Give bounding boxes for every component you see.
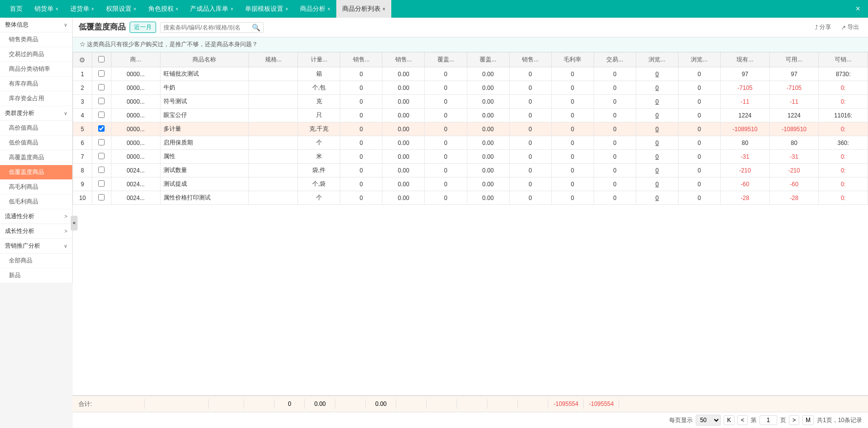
th-sales3[interactable]: 销售... [509, 53, 551, 67]
cell-browse1[interactable]: 0 [636, 67, 678, 81]
row-checkbox[interactable] [98, 180, 105, 187]
th-sales2[interactable]: 销售... [382, 53, 425, 67]
sidebar-collapse-button[interactable]: « [71, 216, 78, 230]
cell-checkbox[interactable] [92, 109, 111, 122]
th-trade[interactable]: 交易... [594, 53, 636, 67]
sidebar-item-sales-goods[interactable]: 销售类商品 [0, 32, 72, 47]
row-checkbox[interactable] [98, 112, 105, 118]
nav-goods-analysis-list-close[interactable]: × [382, 6, 385, 12]
cell-checkbox[interactable] [92, 122, 111, 136]
first-page-button[interactable]: K [724, 415, 734, 425]
sidebar-item-stocked-goods[interactable]: 有库存商品 [0, 77, 72, 91]
th-settings[interactable]: ⚙ [73, 53, 92, 67]
th-gross[interactable]: 毛利率 [551, 53, 594, 67]
th-current[interactable]: 现有... [720, 53, 769, 67]
cell-browse1[interactable]: 0 [636, 164, 678, 177]
sidebar-item-high-margin[interactable]: 高毛利商品 [0, 180, 72, 195]
sidebar-item-capital-occupy[interactable]: 库存资金占用 [0, 91, 72, 106]
th-cover1[interactable]: 覆盖... [425, 53, 467, 67]
row-checkbox[interactable] [98, 84, 105, 90]
nav-sales[interactable]: 销货单 × [28, 0, 64, 18]
th-browse2[interactable]: 浏览... [678, 53, 720, 67]
th-code[interactable]: 商... [111, 53, 160, 67]
sidebar-item-high-value[interactable]: 高价值商品 [0, 121, 72, 136]
nav-product-stock[interactable]: 产成品入库单 × [184, 0, 239, 18]
nav-permission-close[interactable]: × [134, 6, 136, 12]
sidebar-group-growth[interactable]: 成长性分析 > [0, 224, 72, 239]
sidebar-group-cluster[interactable]: 类群度分析 ∨ [0, 106, 72, 121]
cell-checkbox[interactable] [92, 150, 111, 164]
th-checkbox[interactable] [92, 53, 111, 67]
nav-purchase-close[interactable]: × [91, 6, 94, 12]
th-browse1[interactable]: 浏览... [636, 53, 678, 67]
sidebar-group-overall-label: 整体信息 [5, 21, 28, 29]
nav-template-close[interactable]: × [285, 6, 288, 12]
sidebar-item-new-goods[interactable]: 新品 [0, 268, 72, 283]
sidebar-item-category-rate[interactable]: 商品分类动销率 [0, 62, 72, 77]
sidebar-item-low-margin[interactable]: 低毛利商品 [0, 195, 72, 209]
sidebar-group-overall[interactable]: 整体信息 ∨ [0, 18, 72, 32]
cell-browse1[interactable]: 0 [636, 150, 678, 164]
nav-product-stock-close[interactable]: × [230, 6, 233, 12]
cell-checkbox[interactable] [92, 95, 111, 109]
row-checkbox[interactable] [98, 167, 105, 173]
sidebar-group-marketing[interactable]: 营销推广分析 ∨ [0, 239, 72, 254]
th-name[interactable]: 商品名称 [160, 53, 249, 67]
page-number-input[interactable] [760, 415, 777, 425]
close-all-button[interactable]: × [852, 4, 864, 13]
cell-checkbox[interactable] [92, 81, 111, 95]
th-available[interactable]: 可用... [769, 53, 818, 67]
last-page-button[interactable]: M [802, 415, 814, 425]
cell-browse1[interactable]: 0 [636, 81, 678, 95]
sidebar-group-circulation[interactable]: 流通性分析 > [0, 209, 72, 224]
cell-browse1[interactable]: 0 [636, 177, 678, 191]
cell-browse1[interactable]: 0 [636, 109, 678, 122]
row-checkbox[interactable] [98, 70, 105, 77]
th-spec[interactable]: 规格... [249, 53, 298, 67]
sidebar-item-high-coverage[interactable]: 高覆盖度商品 [0, 150, 72, 165]
search-input[interactable] [163, 24, 252, 31]
row-checkbox[interactable] [98, 139, 105, 145]
nav-role[interactable]: 角色授权 × [142, 0, 185, 18]
nav-goods-analysis-close[interactable]: × [327, 6, 330, 12]
nav-permission[interactable]: 权限设置 × [100, 0, 142, 18]
nav-template[interactable]: 单据模板设置 × [239, 0, 294, 18]
time-filter-button[interactable]: 近一月 [130, 22, 156, 33]
sidebar-item-low-value[interactable]: 低价值商品 [0, 136, 72, 150]
nav-goods-analysis[interactable]: 商品分析 × [294, 0, 336, 18]
row-checkbox[interactable] [98, 125, 105, 132]
cell-checkbox[interactable] [92, 177, 111, 191]
row-checkbox[interactable] [98, 153, 105, 159]
settings-icon[interactable]: ⚙ [79, 56, 85, 64]
nav-role-close[interactable]: × [176, 6, 179, 12]
cell-checkbox[interactable] [92, 136, 111, 150]
select-all-checkbox[interactable] [98, 56, 105, 62]
next-page-button[interactable]: > [789, 415, 799, 425]
row-checkbox[interactable] [98, 194, 105, 200]
cell-num: 10 [73, 191, 92, 205]
cell-browse1[interactable]: 0 [636, 191, 678, 205]
cell-browse1[interactable]: 0 [636, 122, 678, 136]
th-saleable[interactable]: 可销... [818, 53, 868, 67]
nav-home[interactable]: 首页 [4, 0, 28, 18]
nav-sales-close[interactable]: × [55, 6, 58, 12]
sidebar: 整体信息 ∨ 销售类商品 交易过的商品 商品分类动销率 有库存商品 库存资金占用… [0, 18, 73, 283]
cell-checkbox[interactable] [92, 191, 111, 205]
cell-browse1[interactable]: 0 [636, 136, 678, 150]
th-cover2[interactable]: 覆盖... [467, 53, 509, 67]
cell-checkbox[interactable] [92, 164, 111, 177]
sidebar-item-traded-goods[interactable]: 交易过的商品 [0, 47, 72, 62]
th-sales1[interactable]: 销售... [340, 53, 382, 67]
th-unit[interactable]: 计量... [298, 53, 340, 67]
share-button[interactable]: ⤴ 分享 [812, 22, 834, 32]
cell-checkbox[interactable] [92, 67, 111, 81]
sidebar-item-all-goods[interactable]: 全部商品 [0, 254, 72, 268]
page-size-select[interactable]: 50 20 100 [696, 415, 721, 426]
prev-page-button[interactable]: < [737, 415, 748, 425]
export-button[interactable]: ↗ 导出 [838, 22, 862, 32]
sidebar-item-low-coverage[interactable]: 低覆盖度商品 [0, 165, 72, 180]
row-checkbox[interactable] [98, 98, 105, 104]
nav-purchase[interactable]: 进货单 × [64, 0, 100, 18]
nav-goods-analysis-list[interactable]: 商品分析列表 × [336, 0, 391, 18]
cell-browse1[interactable]: 0 [636, 95, 678, 109]
